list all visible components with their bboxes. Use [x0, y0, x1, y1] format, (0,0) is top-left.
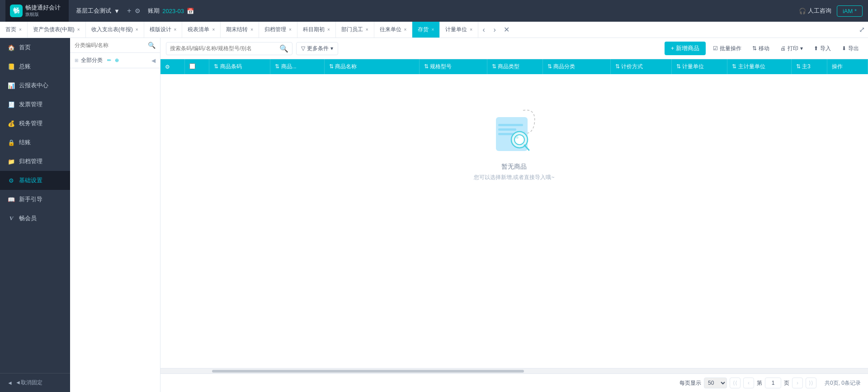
- tab-label: 资产负债表(中期): [33, 26, 75, 33]
- tab-home[interactable]: 首页 ×: [0, 22, 28, 38]
- help-button[interactable]: 🎧 人工咨询: [799, 7, 831, 15]
- sidebar-item-archive[interactable]: 📁 归档管理: [0, 152, 70, 171]
- tab-close-icon[interactable]: ×: [19, 27, 22, 32]
- tab-template[interactable]: 模版设计 ×: [144, 22, 183, 38]
- select-all-checkbox[interactable]: [189, 63, 195, 69]
- filter-button[interactable]: ▽ 更多条件 ▾: [296, 42, 338, 55]
- next-page-button[interactable]: ›: [792, 378, 803, 388]
- first-page-button[interactable]: ⟨⟨: [730, 378, 741, 388]
- col-header-check[interactable]: [185, 59, 209, 74]
- company-selector[interactable]: 基层工会测试 ▼: [72, 5, 123, 17]
- tab-close-icon[interactable]: ×: [136, 27, 138, 32]
- category-search-icon[interactable]: 🔍: [148, 42, 156, 49]
- collapse-panel-icon[interactable]: ◀: [151, 57, 156, 64]
- add-tab-icon[interactable]: +: [127, 7, 131, 15]
- tab-income[interactable]: 收入支出表(年报) ×: [86, 22, 144, 38]
- ledger-icon: 📒: [7, 62, 15, 71]
- print-button[interactable]: 🖨 打印 ▾: [777, 43, 807, 55]
- tab-next-btn[interactable]: ›: [489, 22, 500, 38]
- add-category-icon[interactable]: ⊕: [115, 57, 119, 63]
- tab-close-icon[interactable]: ×: [77, 27, 80, 32]
- move-button[interactable]: ⇅ 移动: [749, 43, 773, 55]
- sort-icon: ⇅: [492, 63, 496, 70]
- tab-expand-btn[interactable]: ⤢: [855, 22, 868, 38]
- tab-period-transfer[interactable]: 期末结转 ×: [221, 22, 259, 38]
- per-page-select[interactable]: 50 10 20 100: [704, 378, 727, 388]
- tab-archive[interactable]: 归档管理 ×: [259, 22, 297, 38]
- tab-balance-sheet[interactable]: 资产负债表(中期) ×: [28, 22, 86, 38]
- new-product-button[interactable]: + 新增商品: [665, 42, 706, 55]
- tab-subject[interactable]: 科目期初 ×: [297, 22, 336, 38]
- tab-close-icon[interactable]: ×: [174, 27, 177, 32]
- tab-prev-btn[interactable]: ‹: [478, 22, 489, 38]
- col-header-spec[interactable]: ⇅ 规格型号: [419, 59, 487, 74]
- tab-close-icon[interactable]: ×: [327, 27, 330, 32]
- headset-icon: 🎧: [799, 8, 806, 14]
- pin-label: ◄取消固定: [15, 379, 42, 387]
- tab-unit[interactable]: 计量单位 ×: [440, 22, 478, 38]
- export-button[interactable]: ⬇ 导出: [838, 43, 863, 55]
- export-label: 导出: [848, 45, 859, 52]
- sidebar-item-home[interactable]: 🏠 首页: [0, 38, 70, 57]
- col-header-barcode[interactable]: ⇅ 商品条码: [209, 59, 270, 74]
- tab-close-icon[interactable]: ×: [366, 27, 368, 32]
- page-number-input[interactable]: [765, 378, 781, 388]
- tab-label: 首页: [5, 26, 16, 33]
- tab-close-icon[interactable]: ×: [289, 27, 292, 32]
- sidebar-label-member: 畅会员: [19, 214, 37, 222]
- calendar-icon[interactable]: 📅: [187, 8, 194, 14]
- sidebar-item-invoice[interactable]: 🧾 发票管理: [0, 95, 70, 114]
- search-code-icon[interactable]: 🔍: [279, 44, 288, 53]
- import-button[interactable]: ⬆ 导入: [810, 43, 835, 55]
- account-button[interactable]: iAM *: [837, 5, 863, 17]
- tab-close-icon[interactable]: ×: [404, 27, 407, 32]
- col-header-num3[interactable]: ⇅ 主3: [791, 59, 827, 74]
- sidebar-pin-toggle[interactable]: ◄ ◄取消固定: [0, 373, 70, 392]
- last-page-button[interactable]: ⟩⟩: [806, 378, 816, 388]
- sidebar-item-ledger[interactable]: 📒 总账: [0, 57, 70, 76]
- export-icon: ⬇: [842, 45, 846, 52]
- table-header-row: ⚙ ⇅ 商品条码 ⇅ 商品...: [160, 59, 868, 74]
- tab-contacts[interactable]: 往来单位 ×: [374, 22, 413, 38]
- col-header-category[interactable]: ⇅ 商品分类: [543, 59, 611, 74]
- sort-icon: ⇅: [424, 63, 429, 70]
- tab-close-icon[interactable]: ×: [250, 27, 253, 32]
- settings-icon[interactable]: ⚙: [135, 7, 141, 14]
- sidebar-item-tax[interactable]: 💰 税务管理: [0, 114, 70, 133]
- tab-close-icon[interactable]: ×: [470, 27, 472, 32]
- col-header-price-method[interactable]: ⇅ 计价方式: [610, 59, 671, 74]
- col-header-name[interactable]: ⇅ 商品名称: [325, 59, 420, 74]
- col-header-code[interactable]: ⇅ 商品...: [270, 59, 325, 74]
- search-code-input[interactable]: [170, 45, 278, 52]
- tab-close-icon[interactable]: ×: [212, 27, 215, 32]
- tab-dept[interactable]: 部门员工 ×: [336, 22, 374, 38]
- col-header-gear[interactable]: ⚙: [160, 59, 185, 74]
- sidebar-item-closing[interactable]: 🔒 结账: [0, 133, 70, 152]
- closing-icon: 🔒: [7, 138, 15, 146]
- category-search-input[interactable]: [75, 42, 145, 48]
- col-header-unit[interactable]: ⇅ 计量单位: [671, 59, 727, 74]
- table-container: ⚙ ⇅ 商品条码 ⇅ 商品...: [160, 59, 868, 368]
- tab-close-all-btn[interactable]: ✕: [500, 22, 513, 38]
- sidebar-item-member[interactable]: V 畅会员: [0, 209, 70, 228]
- pin-icon: ◄: [7, 380, 13, 386]
- prev-page-button[interactable]: ‹: [743, 378, 754, 388]
- left-panel: 🔍 ⊞ 全部分类 ✏ ⊕ ◀: [70, 38, 160, 392]
- per-page-label: 每页显示: [679, 379, 701, 387]
- period-value: 2023-03: [162, 8, 184, 14]
- horizontal-scrollbar[interactable]: [160, 368, 868, 373]
- edit-category-icon[interactable]: ✏: [107, 57, 111, 63]
- tab-close-icon[interactable]: ×: [431, 27, 434, 32]
- sidebar-label-guide: 新手引导: [19, 195, 42, 203]
- col-header-main-unit[interactable]: ⇅ 主计量单位: [727, 59, 791, 74]
- sidebar-item-reports[interactable]: 📊 云报表中心: [0, 76, 70, 95]
- chevron-down-icon: ▼: [114, 8, 120, 14]
- sidebar-item-settings[interactable]: ⚙ 基础设置: [0, 171, 70, 190]
- tab-inventory[interactable]: 存货 ×: [412, 22, 440, 38]
- sidebar-item-guide[interactable]: 📖 新手引导: [0, 190, 70, 209]
- category-tree-root[interactable]: ⊞ 全部分类 ✏ ⊕ ◀: [70, 53, 160, 68]
- col-header-type[interactable]: ⇅ 商品类型: [487, 59, 542, 74]
- scroll-thumb[interactable]: [212, 370, 524, 373]
- tab-tax-list[interactable]: 税表清单 ×: [182, 22, 221, 38]
- batch-operation-button[interactable]: ☑ 批量操作: [709, 43, 745, 55]
